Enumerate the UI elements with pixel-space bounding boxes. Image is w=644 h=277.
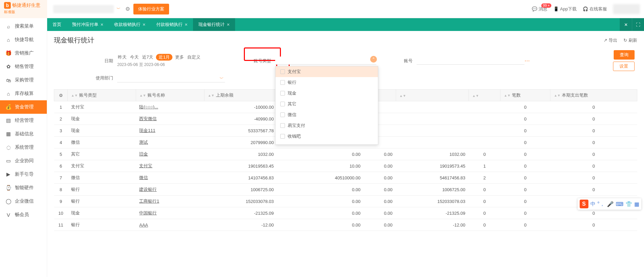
fullscreen-button[interactable]: ⛶ (632, 18, 644, 31)
ime-lang[interactable]: 中 (590, 201, 595, 207)
checkbox[interactable] (280, 134, 285, 139)
sort-icon[interactable]: ▲▼ (554, 95, 560, 96)
dropdown-option[interactable]: 长沙银行 (276, 142, 378, 144)
dept-input[interactable] (117, 74, 225, 82)
sort-icon[interactable]: ▲▼ (139, 95, 146, 96)
sidebar-item[interactable]: 🛍采购管理 (0, 73, 47, 87)
account-name-link[interactable]: 支付宝 (139, 163, 152, 168)
online-service-button[interactable]: 🎧 在线客服 (583, 6, 607, 12)
sort-icon[interactable]: ▲▼ (504, 95, 511, 96)
messages-button[interactable]: 💬 消息 99 + (532, 6, 547, 12)
checkbox[interactable] (280, 69, 285, 74)
refresh-button[interactable]: ↻刷新 (623, 37, 637, 43)
date-option[interactable]: 近1月 (156, 54, 172, 61)
export-button[interactable]: ↗导出 (604, 37, 617, 43)
chevron-down-icon[interactable]: ﹀ (220, 76, 224, 81)
date-option[interactable]: 近7天 (141, 54, 154, 60)
checkbox[interactable] (280, 123, 285, 128)
column-header[interactable]: ▲▼账号名称 (136, 90, 204, 101)
sidebar-item[interactable]: ⌂库存核算 (0, 87, 47, 100)
sidebar-item[interactable]: ✿销售管理 (0, 60, 47, 73)
dropdown-option[interactable]: 银行 (276, 77, 378, 88)
industry-plan-button[interactable]: 体验行业方案 (133, 4, 169, 14)
sidebar-item[interactable]: V畅会员 (0, 208, 47, 221)
checkbox[interactable] (280, 80, 285, 85)
column-header[interactable]: ⚙ (54, 90, 68, 101)
sort-icon[interactable]: ▲▼ (71, 95, 78, 96)
column-header[interactable]: ▲▼上期余额 (204, 90, 277, 101)
dropdown-option[interactable]: 其它 (276, 99, 378, 109)
gear-icon[interactable]: ⚙ (59, 93, 63, 98)
tab[interactable]: 现金银行统计✕ (193, 18, 235, 31)
sidebar-item[interactable]: ◯企业微信 (0, 195, 47, 208)
checkbox[interactable] (280, 112, 285, 117)
date-option[interactable]: 今天 (129, 54, 139, 60)
app-download-button[interactable]: 📱 App下载 (553, 6, 577, 12)
close-icon[interactable]: ✕ (100, 23, 103, 27)
account-name-link[interactable]: 现金111 (139, 128, 155, 133)
close-tab-button[interactable]: ✕ (620, 18, 632, 31)
sidebar-item[interactable]: ⌂快捷导航 (0, 33, 47, 46)
tab[interactable]: 付款核销执行✕ (151, 18, 193, 31)
sort-icon[interactable]: ▲▼ (472, 95, 479, 97)
sidebar-item[interactable]: 🎁营销推广 (0, 46, 47, 60)
close-icon[interactable]: ✕ (142, 23, 146, 27)
sort-icon[interactable]: ▲▼ (399, 95, 406, 97)
account-name-link[interactable]: 陆(○○○)... (139, 104, 158, 109)
account-name-link[interactable]: 建设银行 (139, 187, 157, 192)
column-header[interactable]: ▲▼ (469, 90, 501, 101)
account-name-link[interactable]: 旧金 (139, 151, 148, 157)
close-icon[interactable]: ✕ (185, 23, 188, 27)
date-option[interactable]: 更多 (174, 54, 185, 60)
account-type-dropdown: 支付宝银行现金其它微信易宝支付收钱吧长沙银行 (275, 66, 378, 145)
sidebar-item[interactable]: 💰资金管理 (0, 100, 47, 114)
column-header[interactable]: ▲▼ (396, 90, 469, 101)
sidebar-item[interactable]: ▦基础信息 (0, 127, 47, 141)
more-dots-button[interactable]: ⋯ (524, 58, 530, 64)
sidebar-item[interactable]: ▭企业协同 (0, 154, 47, 168)
tab[interactable]: 预付冲应付单✕ (67, 18, 109, 31)
sidebar-item[interactable]: ▤经营管理 (0, 114, 47, 127)
close-icon[interactable]: ✕ (227, 23, 230, 27)
account-name-link[interactable]: 中国银行 (139, 210, 157, 215)
account-name-link[interactable]: AAA (139, 222, 148, 228)
query-button[interactable]: 查询 (614, 50, 635, 60)
table-row: 5 其它 旧金 1032.00 0.00 0.00 1032.00 0 0 0 (54, 148, 637, 160)
ime-mic-icon[interactable]: 🎤 (607, 201, 614, 207)
date-option[interactable]: 昨天 (117, 54, 127, 60)
column-header[interactable]: ▲▼本期支出笔数 (550, 90, 637, 101)
checkbox[interactable] (280, 91, 285, 96)
table-row: 7 微信 微信 14107456.83 40510000.00 0.00 546… (54, 172, 637, 184)
sidebar-item[interactable]: ▶新手引导 (0, 168, 47, 181)
sidebar-item[interactable]: ◌系统管理 (0, 141, 47, 154)
account-name-link[interactable]: 西安微信 (139, 116, 157, 121)
dropdown-option[interactable]: 易宝支付 (276, 120, 378, 131)
settings-button[interactable]: 设置 (613, 62, 635, 71)
gear-icon[interactable]: ⚙ (125, 6, 130, 12)
column-header[interactable]: ▲▼账号类型 (68, 90, 136, 101)
account-name-link[interactable]: 测试 (139, 140, 148, 145)
sidebar-item[interactable]: ⌚智能硬件 (0, 181, 47, 195)
account-name-link[interactable]: 工商银行1 (139, 199, 159, 204)
checkbox[interactable] (280, 102, 285, 106)
ime-toolbox-icon[interactable]: ▦ (634, 201, 639, 207)
sort-icon[interactable]: ▲▼ (208, 95, 215, 96)
dropdown-option[interactable]: 支付宝 (276, 66, 378, 77)
company-selector[interactable]: ﹀ ⚙ (53, 5, 130, 13)
column-header[interactable]: ▲▼笔数 (500, 90, 550, 101)
ime-punct-icon[interactable]: °， (598, 201, 605, 208)
dropdown-option[interactable]: 微信 (276, 109, 378, 120)
dropdown-option[interactable]: 收钱吧 (276, 131, 378, 142)
account-input[interactable] (417, 57, 524, 65)
user-avatar[interactable] (613, 4, 640, 14)
ime-toolbar[interactable]: S 中 °， 🎤 ⌨ 👕 ▦ (578, 198, 641, 210)
account-name-link[interactable]: 微信 (139, 175, 148, 180)
tab[interactable]: 首页 (47, 18, 67, 31)
ime-keyboard-icon[interactable]: ⌨ (616, 201, 623, 207)
ime-skin-icon[interactable]: 👕 (625, 201, 632, 207)
dropdown-option[interactable]: 现金 (276, 88, 378, 99)
account-type-input[interactable] (275, 57, 376, 65)
date-option[interactable]: 自定义 (187, 54, 201, 60)
tab[interactable]: 收款核销执行✕ (109, 18, 151, 31)
sidebar-item[interactable]: ⌕搜索菜单 (0, 20, 47, 33)
